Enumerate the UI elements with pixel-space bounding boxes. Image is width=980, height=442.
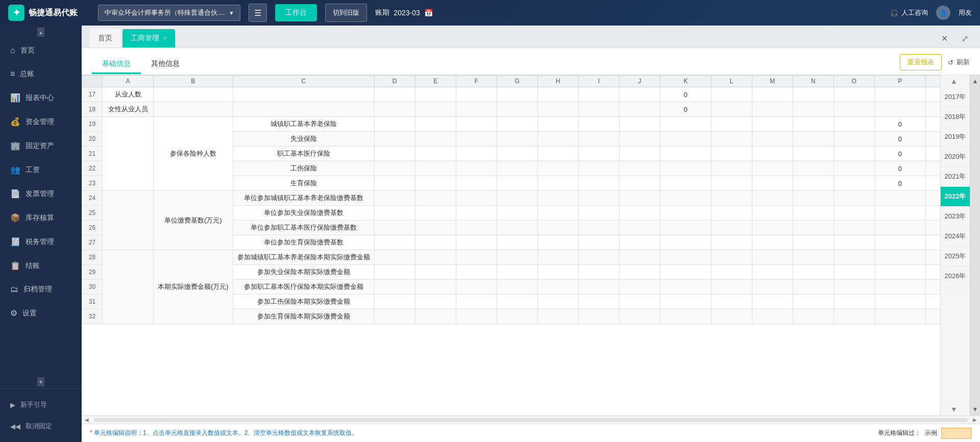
- cell-K[interactable]: [660, 280, 711, 294]
- cell-P[interactable]: [874, 309, 925, 324]
- cell-I[interactable]: [578, 102, 619, 117]
- cell-O[interactable]: [834, 161, 874, 176]
- cell-E[interactable]: [415, 265, 456, 280]
- cell-J[interactable]: [619, 176, 660, 191]
- cell-L[interactable]: [711, 191, 752, 206]
- tab-commerce[interactable]: 工商管理 ×: [122, 29, 175, 47]
- cell-C[interactable]: 工伤保险: [233, 161, 374, 176]
- cell-K[interactable]: [660, 220, 711, 235]
- cell-P[interactable]: 0: [874, 117, 925, 132]
- cell-K[interactable]: [660, 191, 711, 206]
- cell-C[interactable]: 参加工伤保险本期实际缴费金额: [233, 294, 374, 309]
- cell-M[interactable]: [752, 220, 793, 235]
- cell-K[interactable]: 0: [660, 102, 711, 117]
- cell-M[interactable]: [752, 250, 793, 265]
- cell-O[interactable]: [834, 191, 874, 206]
- year-item[interactable]: 2026年: [941, 266, 970, 286]
- collapse-down-arrow[interactable]: ▼: [970, 403, 981, 415]
- year-item[interactable]: 2021年: [941, 167, 970, 187]
- cell-J[interactable]: [619, 280, 660, 294]
- sidebar-item-funds[interactable]: 💰 资金管理: [0, 110, 82, 134]
- cell-D[interactable]: [374, 176, 415, 191]
- cell-B[interactable]: 本期实际缴费金额(万元): [154, 250, 233, 324]
- sidebar-item-closing[interactable]: 📋 结账: [0, 254, 82, 278]
- reset-report-button[interactable]: 重置报表: [900, 54, 942, 70]
- cell-A[interactable]: 从业人数: [103, 87, 154, 102]
- cell-L[interactable]: [711, 235, 752, 250]
- cell-G[interactable]: [497, 117, 537, 132]
- cell-E[interactable]: [415, 235, 456, 250]
- cell-C[interactable]: [233, 102, 374, 117]
- cell-O[interactable]: [834, 117, 874, 132]
- cell-F[interactable]: [456, 102, 497, 117]
- cell-D[interactable]: [374, 206, 415, 220]
- sidebar-item-invoice[interactable]: 📄 发票管理: [0, 182, 82, 206]
- cell-K[interactable]: [660, 161, 711, 176]
- cell-O[interactable]: [834, 146, 874, 161]
- tab-close-button[interactable]: ✕: [937, 31, 951, 45]
- year-item[interactable]: 2022年: [941, 187, 970, 207]
- cell-L[interactable]: [711, 117, 752, 132]
- cell-H[interactable]: [537, 294, 578, 309]
- cell-N[interactable]: [793, 220, 834, 235]
- cell-I[interactable]: [578, 309, 619, 324]
- sidebar-item-tax[interactable]: 🧾 税务管理: [0, 230, 82, 254]
- cell-C[interactable]: 参加职工基本医疗保险本期实际缴费金额: [233, 280, 374, 294]
- cell-F[interactable]: [456, 265, 497, 280]
- cell-B[interactable]: [154, 102, 233, 117]
- company-settings-button[interactable]: ☰: [249, 4, 267, 22]
- cell-E[interactable]: [415, 191, 456, 206]
- cell-C[interactable]: [233, 87, 374, 102]
- cell-D[interactable]: [374, 280, 415, 294]
- cell-O[interactable]: [834, 132, 874, 146]
- sidebar-item-reports[interactable]: 📊 报表中心: [0, 86, 82, 110]
- workbench-button[interactable]: 工作台: [275, 4, 317, 21]
- cell-C[interactable]: 单位参加失业保险缴费基数: [233, 206, 374, 220]
- cell-C[interactable]: 参加生育保险本期实际缴费金额: [233, 309, 374, 324]
- cell-N[interactable]: [793, 265, 834, 280]
- cell-L[interactable]: [711, 294, 752, 309]
- cell-J[interactable]: [619, 250, 660, 265]
- cell-E[interactable]: [415, 309, 456, 324]
- cell-H[interactable]: [537, 280, 578, 294]
- cell-A[interactable]: [103, 117, 154, 191]
- cell-H[interactable]: [537, 102, 578, 117]
- sidebar-item-inventory[interactable]: 📦 库存核算: [0, 206, 82, 230]
- cell-N[interactable]: [793, 309, 834, 324]
- cell-O[interactable]: [834, 294, 874, 309]
- company-selector[interactable]: 中审众环会计师事务所（特殊普通合伙.... ▼: [98, 5, 240, 21]
- cell-F[interactable]: [456, 132, 497, 146]
- sub-tab-basic[interactable]: 基础信息: [92, 55, 141, 74]
- cell-P[interactable]: 0: [874, 176, 925, 191]
- cell-M[interactable]: [752, 117, 793, 132]
- cell-N[interactable]: [793, 132, 834, 146]
- cell-K[interactable]: [660, 146, 711, 161]
- cell-M[interactable]: [752, 132, 793, 146]
- year-item[interactable]: 2019年: [941, 127, 970, 147]
- cell-N[interactable]: [793, 87, 834, 102]
- cell-G[interactable]: [497, 87, 537, 102]
- cell-J[interactable]: [619, 132, 660, 146]
- cell-K[interactable]: [660, 176, 711, 191]
- cell-M[interactable]: [752, 280, 793, 294]
- cell-Q[interactable]: [925, 191, 940, 206]
- cell-M[interactable]: [752, 87, 793, 102]
- cell-H[interactable]: [537, 265, 578, 280]
- cell-C[interactable]: 生育保险: [233, 176, 374, 191]
- collapse-up-arrow[interactable]: ▲: [970, 75, 981, 87]
- cell-H[interactable]: [537, 117, 578, 132]
- cell-G[interactable]: [497, 280, 537, 294]
- cell-P[interactable]: 0: [874, 132, 925, 146]
- cell-K[interactable]: 0: [660, 87, 711, 102]
- cell-L[interactable]: [711, 161, 752, 176]
- cell-D[interactable]: [374, 235, 415, 250]
- sidebar-scroll-up[interactable]: ▲: [37, 28, 44, 37]
- cell-D[interactable]: [374, 220, 415, 235]
- cell-F[interactable]: [456, 117, 497, 132]
- year-item[interactable]: 2025年: [941, 247, 970, 266]
- cell-G[interactable]: [497, 161, 537, 176]
- cell-D[interactable]: [374, 87, 415, 102]
- cell-F[interactable]: [456, 309, 497, 324]
- cell-M[interactable]: [752, 176, 793, 191]
- cell-C[interactable]: 单位参加职工基本医疗保险缴费基数: [233, 220, 374, 235]
